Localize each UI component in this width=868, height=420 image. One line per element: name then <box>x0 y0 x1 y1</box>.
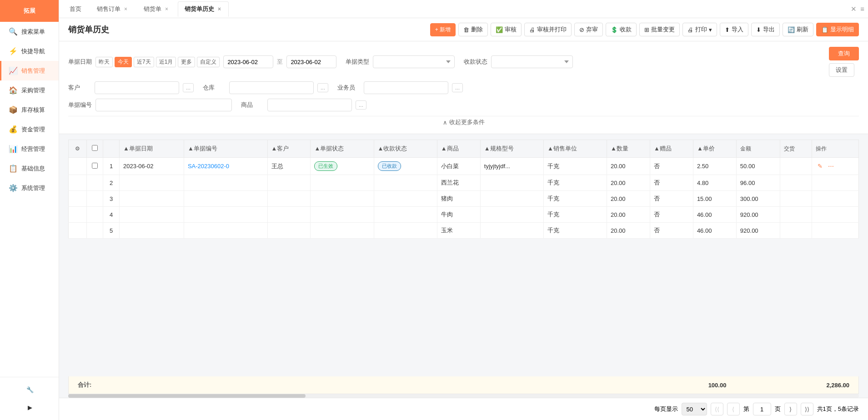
cell-docstatus-2 <box>311 191 374 207</box>
col-doc-status-label: ▲单据状态 <box>314 145 344 152</box>
warehouse-ellipsis-btn[interactable]: ... <box>317 83 328 92</box>
sidebar-item-search-menu[interactable]: 🔍 搜索菜单 <box>0 22 59 41</box>
review-print-button[interactable]: 🖨 审核并打印 <box>524 23 572 36</box>
toolbar: + 新增 🗑 删除 ✅ 审核 🖨 审核并打印 ⊘ <box>430 23 859 36</box>
date-1month-btn[interactable]: 近1月 <box>156 57 176 67</box>
first-page-btn[interactable]: ⟨⟨ <box>711 403 723 415</box>
refresh-button[interactable]: 🔄 刷新 <box>783 23 813 36</box>
tab-sales-goods[interactable]: 销货单× <box>137 1 176 17</box>
filter-row-3: 单据编号 商品 ... <box>68 99 859 111</box>
cell-gift-1: 否 <box>650 175 693 191</box>
last-page-btn[interactable]: ⟩⟩ <box>801 403 813 415</box>
query-button[interactable]: 查询 <box>829 47 859 60</box>
sidebar-item-purchase-mgmt[interactable]: 🏠 采购管理 <box>0 80 59 100</box>
warehouse-label: 仓库 <box>203 84 226 92</box>
tab-bar-menu-icon[interactable]: ≡ <box>860 5 864 13</box>
cell-docstatus-4 <box>311 223 374 239</box>
date-from-input[interactable] <box>223 55 273 68</box>
page-header: 销货单历史 + 新增 🗑 删除 ✅ 审核 🖨 审核并打印 <box>59 18 868 41</box>
sidebar-item-system[interactable]: ⚙️ 系统管理 <box>0 178 59 198</box>
doc-number-input[interactable] <box>95 99 232 111</box>
prev-page-btn[interactable]: ⟨ <box>727 403 740 415</box>
batch-change-button[interactable]: ⊞ 批量变更 <box>639 23 680 36</box>
date-7days-btn[interactable]: 近7天 <box>134 57 154 67</box>
summary-amount: 2,286.00 <box>826 382 849 389</box>
table-row: 5 玉米 千克 20.00 否 46.00 920.00 <box>69 223 859 239</box>
cell-goods-4: 玉米 <box>437 223 480 239</box>
main-area: 首页销售订单×销货单×销货单历史× ✕ ≡ 销货单历史 + 新增 🗑 删除 ✅ … <box>59 0 868 420</box>
date-more-btn[interactable]: 更多 <box>178 57 195 67</box>
export-button[interactable]: ⬇ 导出 <box>751 23 780 36</box>
sidebar-bottom-icon2[interactable]: ▶ <box>0 399 59 416</box>
goods-filter-label: 商品 <box>241 101 264 109</box>
sidebar-item-inventory[interactable]: 📦 库存核算 <box>0 100 59 120</box>
show-details-button[interactable]: 📋 显示明细 <box>816 23 859 36</box>
print-button[interactable]: 🖨 打印 ▾ <box>682 23 717 36</box>
cell-settings-2 <box>69 191 87 207</box>
collect-button[interactable]: 💲 收款 <box>606 23 637 36</box>
doc-type-select[interactable] <box>373 55 455 68</box>
collapse-button[interactable]: ∧ 收起更多条件 <box>68 116 859 128</box>
cell-docnum-1 <box>184 175 267 191</box>
row-checkbox-0[interactable] <box>92 163 98 169</box>
goods-ellipsis-btn[interactable]: ... <box>356 100 366 110</box>
tab-sales-order[interactable]: 销售订单× <box>90 1 135 17</box>
col-goods: ▲商品 <box>437 140 480 158</box>
sidebar-bottom-icon1[interactable]: 🔧 <box>0 381 59 399</box>
date-yesterday-btn[interactable]: 昨天 <box>95 57 113 67</box>
cell-unit-1: 千克 <box>543 175 607 191</box>
sidebar-label-finance: 资金管理 <box>21 125 45 134</box>
date-today-btn[interactable]: 今天 <box>115 57 132 67</box>
customer-ellipsis-btn[interactable]: ... <box>183 83 194 92</box>
page-size-select[interactable]: 10 20 50 100 <box>682 403 707 415</box>
tab-close-sales-order[interactable]: × <box>123 6 128 12</box>
delete-button[interactable]: 🗑 删除 <box>458 23 488 36</box>
warehouse-input[interactable] <box>229 81 314 94</box>
cell-quantity-0: 20.00 <box>607 158 650 175</box>
sidebar-item-quick-nav[interactable]: ⚡ 快捷导航 <box>0 41 59 61</box>
summary-quantity: 100.00 <box>708 382 727 389</box>
tab-label-sales-history: 销货单历史 <box>185 5 214 13</box>
sidebar-item-basic-info[interactable]: 📋 基础信息 <box>0 159 59 178</box>
filter-area: 单据日期 昨天 今天 近7天 近1月 更多 自定义 至 <box>59 41 868 134</box>
col-payment-status-label: ▲收款状态 <box>378 145 407 152</box>
date-custom-btn[interactable]: 自定义 <box>197 57 220 67</box>
select-all-checkbox[interactable] <box>92 145 98 151</box>
col-payment-status: ▲收款状态 <box>374 140 437 158</box>
sidebar-item-finance[interactable]: 💰 资金管理 <box>0 120 59 139</box>
sidebar-label-quick-nav: 快捷导航 <box>21 47 45 55</box>
salesperson-input[interactable] <box>364 81 448 94</box>
sidebar-item-sales-mgmt[interactable]: 📈 销售管理 <box>0 61 59 80</box>
sidebar-bottom: 🔧 ▶ <box>0 377 59 420</box>
tab-bar-close-icon[interactable]: ✕ <box>851 5 857 13</box>
date-to-input[interactable] <box>286 55 336 68</box>
page-number-input[interactable] <box>753 403 771 415</box>
salesperson-ellipsis-btn[interactable]: ... <box>452 83 463 92</box>
sidebar: 拓展 🔍 搜索菜单 ⚡ 快捷导航 📈 销售管理 🏠 采购管理 📦 库存核算 💰 … <box>0 0 59 420</box>
tab-sales-history[interactable]: 销货单历史× <box>178 1 229 17</box>
new-button[interactable]: + 新增 <box>430 23 456 36</box>
page-title-row: 销货单历史 + 新增 🗑 删除 ✅ 审核 🖨 审核并打印 <box>68 23 859 36</box>
goods-filter-input[interactable] <box>267 99 352 111</box>
tab-close-sales-goods[interactable]: × <box>164 6 169 12</box>
import-button[interactable]: ⬆ 导入 <box>720 23 748 36</box>
next-page-btn[interactable]: ⟩ <box>784 403 797 415</box>
sidebar-item-operations[interactable]: 📊 经营管理 <box>0 139 59 159</box>
abandon-button[interactable]: ⊘ 弃审 <box>574 23 603 36</box>
horizontal-scrollbar[interactable] <box>68 394 859 398</box>
customer-input[interactable] <box>95 81 179 94</box>
col-doc-number: ▲单据编号 <box>184 140 267 158</box>
review-button[interactable]: ✅ 审核 <box>491 23 522 36</box>
tab-label-home: 首页 <box>70 5 81 13</box>
action-more-btn[interactable]: ⋯ <box>826 162 836 170</box>
scrollbar-thumb[interactable] <box>68 394 306 398</box>
action-edit-btn[interactable]: ✎ <box>816 162 824 170</box>
sidebar-label-purchase-mgmt: 采购管理 <box>21 86 45 95</box>
cell-quantity-3: 20.00 <box>607 207 650 223</box>
tab-close-sales-history[interactable]: × <box>217 6 222 12</box>
col-settings[interactable]: ⚙ <box>69 140 87 158</box>
cell-spec-1 <box>480 175 543 191</box>
settings-button[interactable]: 设置 <box>829 63 854 77</box>
payment-status-select[interactable] <box>491 55 573 68</box>
tab-home[interactable]: 首页 <box>63 1 88 17</box>
